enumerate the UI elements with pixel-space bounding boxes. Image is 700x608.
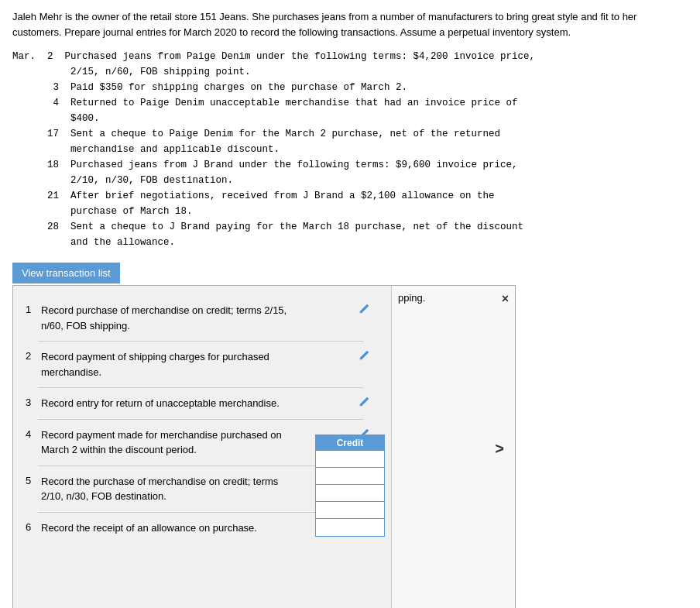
modal-content: 1 Record purchase of merchandise on cred… [13,286,515,608]
item-number: 3 [26,396,41,408]
edit-icon[interactable] [354,396,376,407]
item-number: 1 [26,303,41,315]
credit-row [316,485,384,502]
credit-section: Credit [315,435,385,537]
credit-header: Credit [316,435,384,451]
credit-row [316,451,384,468]
credit-row [316,502,384,519]
item-number: 4 [26,428,41,440]
transactions-block: Mar. 2 Purchased jeans from Paige Denim … [12,49,688,250]
transaction-modal: × 1 Record purchase of merchandise on cr… [12,285,516,608]
nav-arrow-right-icon[interactable]: > [495,440,504,458]
page-container: Jaleh Mehr is the owner of the retail st… [0,0,700,608]
list-item: 2 Record payment of shipping charges for… [26,342,376,387]
item-text: Record purchase of merchandise on credit… [41,303,354,333]
item-number: 2 [26,349,41,362]
list-item: 3 Record entry for return of unacceptabl… [26,388,376,419]
item-text: Record the receipt of an allowance on pu… [41,520,354,536]
credit-row [316,468,384,485]
item-text: Record entry for return of unacceptable … [41,396,354,411]
intro-paragraph: Jaleh Mehr is the owner of the retail st… [12,9,688,40]
item-text: Record payment of shipping charges for p… [41,349,354,380]
item-number: 6 [26,520,41,533]
item-number: 5 [26,474,41,486]
intro-text: Jaleh Mehr is the owner of the retail st… [12,11,637,38]
transactions-label: Mar. 2 Purchased jeans from Paige Denim … [12,51,535,248]
credit-row [316,519,384,536]
item-text: Record payment made for merchandise purc… [41,428,354,458]
edit-icon[interactable] [354,349,376,360]
right-panel: pping. > [391,286,515,608]
view-transaction-list-button[interactable]: View transaction list [12,263,120,283]
item-text: Record the purchase of merchandise on cr… [41,474,354,504]
edit-icon[interactable] [354,303,376,314]
close-button[interactable]: × [502,292,509,306]
pping-text: pping. [392,286,515,310]
credit-rows [316,451,384,536]
list-item: 1 Record purchase of merchandise on cred… [26,295,376,341]
